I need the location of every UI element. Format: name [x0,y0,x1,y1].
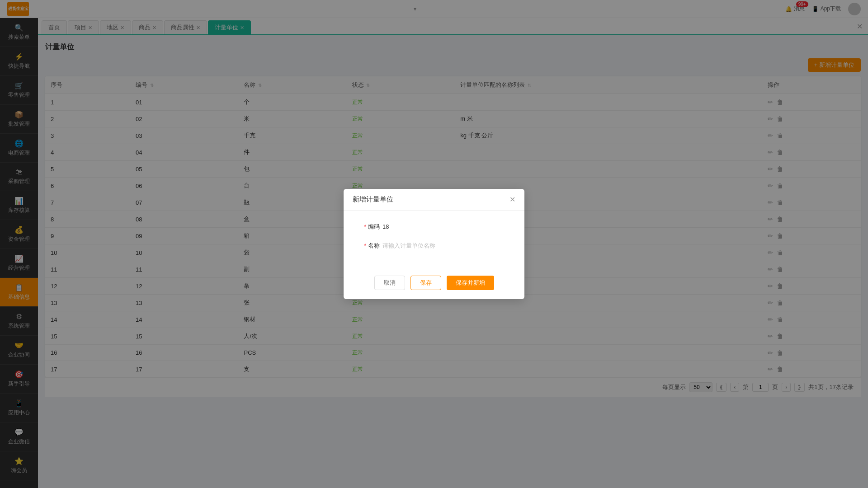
add-unit-modal: 新增计量单位 ✕ 编码 名称 取消 保存 保存并新增 [344,189,524,299]
code-input[interactable] [380,221,515,232]
save-button[interactable]: 保存 [410,276,441,290]
name-input[interactable] [380,240,515,251]
modal-header: 新增计量单位 ✕ [344,189,524,211]
modal-overlay[interactable]: 新增计量单位 ✕ 编码 名称 取消 保存 保存并新增 [0,0,868,488]
save-new-button[interactable]: 保存并新增 [447,276,494,290]
form-item-name: 名称 [353,240,515,251]
modal-title: 新增计量单位 [353,195,393,204]
modal-footer: 取消 保存 保存并新增 [344,270,524,299]
name-label: 名称 [353,242,380,250]
form-item-code: 编码 [353,221,515,232]
modal-close-btn[interactable]: ✕ [509,195,515,204]
cancel-button[interactable]: 取消 [374,276,405,290]
modal-body: 编码 名称 [344,211,524,270]
code-label: 编码 [353,223,380,231]
